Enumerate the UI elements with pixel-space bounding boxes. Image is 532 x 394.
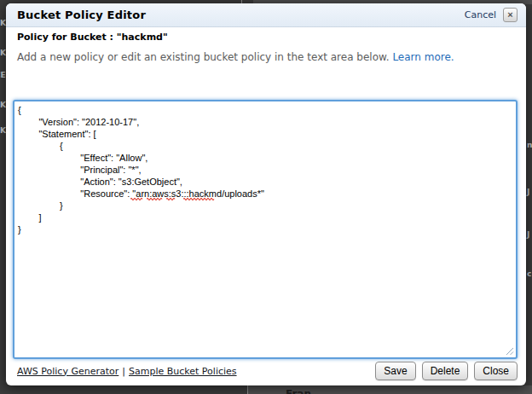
bucket-policy-editor-dialog: Bucket Policy Editor Cancel × Policy for…: [6, 3, 526, 385]
background-text-fragment: J: [527, 188, 529, 196]
sample-bucket-policies-link[interactable]: Sample Bucket Policies: [129, 366, 237, 377]
save-button[interactable]: Save: [375, 362, 415, 380]
background-text-fragment: K: [0, 49, 6, 57]
background-text-fragment: n: [527, 141, 532, 149]
background-text-fragment: Fran: [286, 388, 311, 394]
policy-bucket-label: Policy for Bucket : "hackmd": [17, 32, 168, 43]
background-text-fragment: CE: [0, 71, 6, 79]
learn-more-link[interactable]: Learn more.: [392, 51, 454, 63]
delete-button[interactable]: Delete: [422, 362, 469, 380]
dialog-header: Bucket Policy Editor Cancel ×: [6, 3, 526, 27]
aws-policy-generator-link[interactable]: AWS Policy Generator: [17, 366, 119, 377]
close-dialog-button[interactable]: Close: [474, 362, 518, 380]
background-text-fragment: J: [527, 230, 529, 239]
background-text-fragment: K: [0, 126, 6, 135]
description-text: Add a new policy or edit an existing buc…: [17, 51, 454, 63]
background-text-fragment: c: [527, 269, 531, 278]
link-separator: |: [122, 366, 125, 377]
close-icon[interactable]: ×: [503, 8, 518, 22]
policy-textarea[interactable]: { "Version": "2012-10-17", "Statement": …: [13, 100, 518, 359]
background-column-line: [247, 385, 248, 394]
policy-editor: { "Version": "2012-10-17", "Statement": …: [13, 100, 518, 359]
background-text-fragment: K: [0, 101, 6, 109]
screen: K K CE K K n J J c Fran Bucket Policy Ed…: [0, 0, 532, 394]
dialog-footer: AWS Policy Generator | Sample Bucket Pol…: [17, 361, 518, 381]
background-text-fragment: K: [0, 19, 6, 27]
description-body: Add a new policy or edit an existing buc…: [17, 51, 392, 63]
cancel-link[interactable]: Cancel: [465, 9, 496, 20]
dialog-title: Bucket Policy Editor: [17, 9, 146, 21]
